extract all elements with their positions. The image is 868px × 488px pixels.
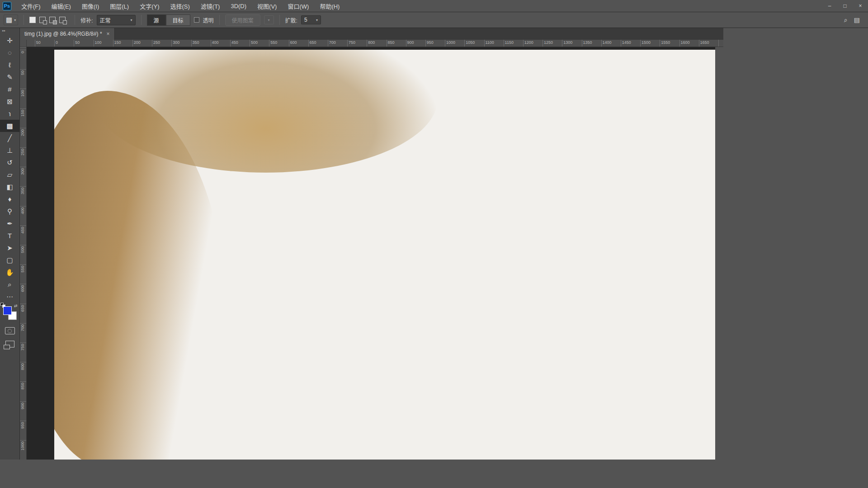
edit-toolbar-icon-glyph: ⋯ — [6, 293, 13, 301]
add-selection-icon[interactable] — [39, 17, 46, 23]
gradient-tool-glyph: ◧ — [6, 183, 13, 191]
history-brush-tool[interactable]: ↺ — [0, 156, 20, 169]
vertical-ruler[interactable]: 0501001502002503003504004505005506006507… — [20, 47, 27, 460]
menu-item-V[interactable]: 视图(V) — [252, 0, 282, 12]
menu-item-T[interactable]: 滤镜(T) — [195, 0, 226, 12]
patch-mode-dropdown[interactable]: 正常 ▾ — [97, 15, 136, 25]
toolbar-collapse-icon[interactable]: ▸▸ — [0, 28, 5, 34]
new-selection-icon[interactable] — [29, 17, 36, 23]
shape-tool-glyph: ▢ — [6, 256, 13, 264]
selection-mode-group — [29, 17, 69, 23]
dodge-tool[interactable]: ⚲ — [0, 205, 20, 217]
hruler-label: 950 — [427, 40, 434, 45]
menu-item-E[interactable]: 编辑(E) — [46, 0, 76, 12]
zoom-tool[interactable]: ⌕ — [0, 278, 20, 291]
clone-stamp-tool-glyph: ⊥ — [7, 146, 13, 155]
close-tab-icon[interactable]: × — [107, 31, 110, 37]
workspace-switcher-icon[interactable]: ▤ — [854, 16, 860, 23]
hruler-label: 1300 — [563, 40, 572, 45]
intersect-selection-icon[interactable] — [59, 17, 66, 23]
hruler-label: 50 — [36, 40, 41, 45]
frame-tool[interactable]: ⊠ — [0, 95, 20, 108]
quick-mask-button[interactable] — [5, 327, 15, 334]
horizontal-ruler[interactable]: 5005010015020025030035040045050055060065… — [27, 40, 723, 47]
hruler-label: 350 — [192, 40, 199, 45]
pen-tool[interactable]: ✒ — [0, 217, 20, 230]
menu-item-S[interactable]: 选择(S) — [165, 0, 195, 12]
tool-preset-picker[interactable]: ▩ ▾ — [4, 14, 18, 25]
gradient-tool[interactable]: ◧ — [0, 181, 20, 193]
type-tool[interactable]: T — [0, 230, 20, 242]
frame-tool-glyph: ⊠ — [7, 98, 13, 106]
ruler-origin-corner[interactable] — [20, 40, 27, 47]
search-icon[interactable]: ⌕ — [844, 16, 848, 24]
patch-mode-value: 正常 — [100, 16, 111, 24]
hruler-label: 250 — [153, 40, 160, 45]
patch-tool[interactable]: ▩ — [0, 120, 20, 132]
eyedropper-tool[interactable]: ℩ — [0, 108, 20, 120]
document-tab[interactable]: timg (1).jpg @ 86.4%(RGB/8#) * × — [20, 28, 115, 40]
document-title: timg (1).jpg @ 86.4%(RGB/8#) * — [24, 31, 102, 37]
foreground-color-swatch[interactable] — [3, 306, 12, 315]
quick-selection-tool[interactable]: ✎ — [0, 71, 20, 83]
clone-stamp-tool[interactable]: ⊥ — [0, 144, 20, 156]
path-selection-tool-glyph: ➤ — [7, 244, 13, 252]
vruler-label: 900 — [20, 403, 25, 409]
blur-tool[interactable]: ♦ — [0, 193, 20, 205]
diffusion-dropdown[interactable]: 5 ▾ — [301, 15, 321, 24]
vruler-label: 950 — [20, 422, 25, 429]
vruler-label: 250 — [20, 149, 25, 155]
vruler-label: 800 — [20, 363, 25, 370]
menu-item-W[interactable]: 窗口(W) — [282, 0, 314, 12]
lasso-tool[interactable]: ℓ — [0, 59, 20, 71]
minimize-icon[interactable]: – — [822, 0, 837, 12]
menu-item-I[interactable]: 图像(I) — [76, 0, 104, 12]
hruler-label: 1100 — [485, 40, 494, 45]
vruler-label: 300 — [20, 168, 25, 175]
vruler-label: 600 — [20, 285, 25, 292]
brush-tool-glyph: ╱ — [8, 134, 12, 142]
shape-tool[interactable]: ▢ — [0, 254, 20, 266]
source-button[interactable]: 源 — [147, 14, 166, 26]
maximize-icon[interactable]: □ — [837, 0, 853, 12]
screen-mode-button[interactable] — [5, 341, 14, 347]
patch-tool-icon: ▩ — [6, 16, 12, 24]
hruler-label: 1150 — [505, 40, 514, 45]
hruler-label: 800 — [368, 40, 375, 45]
brush-tool[interactable]: ╱ — [0, 132, 20, 144]
options-bar: ▩ ▾ 修补: 正常 ▾ 源 目标 透明 使用图案 ▾ 扩散: 5 ▾ ⌕▤ — [0, 12, 868, 28]
menu-item-3DD[interactable]: 3D(D) — [225, 0, 252, 12]
hand-tool-glyph: ✋ — [5, 268, 14, 277]
subtract-selection-icon[interactable] — [49, 17, 56, 23]
eraser-tool[interactable]: ▱ — [0, 169, 20, 181]
hruler-label: 600 — [290, 40, 297, 45]
hruler-label: 450 — [231, 40, 238, 45]
hruler-label: 1400 — [603, 40, 612, 45]
menu-item-L[interactable]: 图层(L) — [104, 0, 134, 12]
transparent-checkbox[interactable] — [194, 17, 199, 23]
path-selection-tool[interactable]: ➤ — [0, 242, 20, 254]
menu-item-F[interactable]: 文件(F) — [16, 0, 46, 12]
pattern-picker-dropdown[interactable]: ▾ — [264, 15, 274, 24]
hand-tool[interactable]: ✋ — [0, 266, 20, 278]
hruler-label: 700 — [329, 40, 336, 45]
marquee-tool[interactable]: ◌ — [0, 47, 20, 59]
menu-item-Y[interactable]: 文字(Y) — [134, 0, 165, 12]
swap-colors-icon[interactable]: ⇄ — [14, 304, 18, 308]
move-tool[interactable]: ✛ — [0, 34, 20, 47]
crop-tool[interactable]: # — [0, 83, 20, 95]
menu-item-H[interactable]: 帮助(H) — [314, 0, 345, 12]
close-icon[interactable]: × — [853, 0, 868, 12]
canvas-area[interactable] — [27, 47, 715, 460]
document-tab-bar: timg (1).jpg @ 86.4%(RGB/8#) * × — [20, 28, 723, 40]
vruler-label: 350 — [20, 188, 25, 194]
hruler-label: 850 — [387, 40, 394, 45]
edit-toolbar-icon[interactable]: ⋯ — [0, 291, 20, 303]
app-logo-icon: Ps — [3, 2, 11, 10]
hruler-label: 300 — [173, 40, 179, 45]
hruler-label: 1000 — [446, 40, 455, 45]
chevron-down-icon: ▾ — [131, 18, 132, 22]
use-pattern-button[interactable]: 使用图案 — [225, 14, 260, 26]
transparent-label: 透明 — [203, 16, 214, 24]
target-button[interactable]: 目标 — [166, 14, 190, 26]
